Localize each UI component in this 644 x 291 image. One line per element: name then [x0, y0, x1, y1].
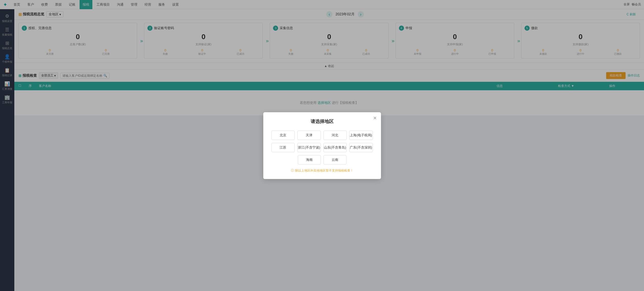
region-row-3: 海南 云南 — [271, 155, 373, 164]
modal-warning: ⓘ 除以上地区外其他地区暂不支持报税检查！ — [271, 169, 373, 173]
region-row-2: 江苏 浙江(不含宁波) 山东(不含青岛) 广东(不含深圳) — [271, 143, 373, 152]
region-modal: ✕ 请选择地区 北京 天津 河北 上海(电子税局) 江苏 浙江(不含宁波) 山东… — [263, 112, 381, 179]
modal-title: 请选择地区 — [263, 112, 381, 129]
region-guangdong[interactable]: 广东(不含深圳) — [349, 143, 373, 152]
modal-body: 北京 天津 河北 上海(电子税局) 江苏 浙江(不含宁波) 山东(不含青岛) 广… — [263, 129, 381, 179]
warning-icon: ⓘ — [291, 169, 294, 173]
region-hebei[interactable]: 河北 — [323, 131, 347, 140]
modal-overlay[interactable]: ✕ 请选择地区 北京 天津 河北 上海(电子税局) 江苏 浙江(不含宁波) 山东… — [0, 0, 644, 291]
modal-close-button[interactable]: ✕ — [373, 115, 377, 121]
warning-text: 除以上地区外其他地区暂不支持报税检查！ — [295, 169, 353, 173]
region-tianjin[interactable]: 天津 — [297, 131, 321, 140]
region-yunnan[interactable]: 云南 — [323, 155, 346, 164]
region-zhejiang[interactable]: 浙江(不含宁波) — [297, 143, 321, 152]
region-jiangsu[interactable]: 江苏 — [271, 143, 295, 152]
region-row-1: 北京 天津 河北 上海(电子税局) — [271, 131, 373, 140]
region-shandong[interactable]: 山东(不含青岛) — [323, 143, 347, 152]
region-shanghai[interactable]: 上海(电子税局) — [349, 131, 373, 140]
region-beijing[interactable]: 北京 — [271, 131, 295, 140]
region-hainan[interactable]: 海南 — [298, 155, 321, 164]
